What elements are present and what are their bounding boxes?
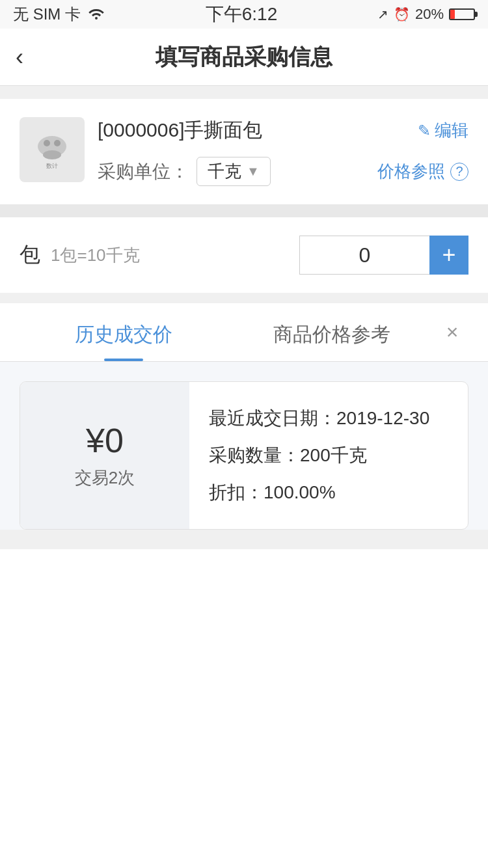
- location-icon: ↗: [377, 7, 388, 22]
- quantity-left: 包 1包=10千克: [20, 241, 140, 269]
- alarm-icon: ⏰: [394, 7, 410, 22]
- price-reference-button[interactable]: 价格参照 ?: [377, 160, 468, 183]
- svg-point-2: [54, 140, 61, 146]
- price-times: 交易2次: [75, 467, 135, 489]
- svg-point-3: [43, 150, 61, 159]
- chevron-down-icon: ▼: [247, 164, 260, 179]
- product-header: [0000006]手撕面包 ✎ 编辑: [98, 117, 468, 144]
- quantity-right: +: [299, 236, 468, 275]
- product-card: 数计 [0000006]手撕面包 ✎ 编辑 采购单位： 千克 ▼ 价格参照 ?: [0, 99, 488, 204]
- tab-product-price-ref[interactable]: 商品价格参考: [228, 303, 436, 361]
- battery-percent: 20%: [415, 6, 444, 23]
- price-card: ¥0 交易2次 最近成交日期：2019-12-30 采购数量：200千克 折扣：…: [20, 381, 468, 530]
- svg-text:数计: 数计: [46, 163, 58, 169]
- unit-select[interactable]: 千克 ▼: [197, 157, 271, 186]
- page-rest: [0, 549, 488, 868]
- price-discount: 折扣：100.00%: [209, 480, 448, 505]
- unit-label: 采购单位：: [98, 159, 189, 184]
- unit-left: 采购单位： 千克 ▼: [98, 157, 271, 186]
- tabs-header: 历史成交价 商品价格参考 ×: [0, 303, 488, 362]
- status-time: 下午6:12: [206, 2, 278, 27]
- page-title: 填写商品采购信息: [156, 42, 332, 72]
- price-amount: ¥0: [86, 421, 124, 460]
- edit-icon: ✎: [418, 122, 431, 140]
- price-qty: 采购数量：200千克: [209, 442, 448, 468]
- section-divider: [0, 204, 488, 217]
- status-left: 无 SIM 卡: [13, 4, 105, 25]
- price-left-panel: ¥0 交易2次: [20, 382, 189, 529]
- svg-point-1: [44, 140, 50, 146]
- nav-bar: ‹ 填写商品采购信息: [0, 29, 488, 86]
- price-date: 最近成交日期：2019-12-30: [209, 405, 448, 431]
- product-image: 数计: [20, 117, 85, 182]
- edit-button[interactable]: ✎ 编辑: [418, 119, 468, 142]
- back-button[interactable]: ‹: [16, 44, 23, 71]
- price-right-panel: 最近成交日期：2019-12-30 采购数量：200千克 折扣：100.00%: [189, 382, 468, 529]
- tabs-section: 历史成交价 商品价格参考 × ¥0 交易2次 最近成交日期：2019-12-30…: [0, 303, 488, 530]
- product-details: [0000006]手撕面包 ✎ 编辑 采购单位： 千克 ▼ 价格参照 ?: [98, 117, 468, 186]
- quantity-plus-button[interactable]: +: [429, 236, 468, 275]
- unit-row: 采购单位： 千克 ▼ 价格参照 ?: [98, 157, 468, 186]
- wifi-icon: [87, 5, 105, 23]
- quantity-row: 包 1包=10千克 +: [0, 217, 488, 293]
- tab-close-button[interactable]: ×: [436, 316, 468, 349]
- status-right: ↗ ⏰ 20%: [377, 6, 475, 23]
- product-name: [0000006]手撕面包: [98, 117, 262, 144]
- quantity-input[interactable]: [299, 236, 429, 275]
- tab-history-price[interactable]: 历史成交价: [20, 303, 228, 361]
- unit-equiv: 1包=10千克: [51, 244, 140, 267]
- battery-icon: [449, 8, 475, 20]
- unit-badge: 包: [20, 241, 40, 269]
- status-bar: 无 SIM 卡 下午6:12 ↗ ⏰ 20%: [0, 0, 488, 29]
- help-icon: ?: [450, 163, 468, 181]
- carrier-text: 无 SIM 卡: [13, 4, 81, 25]
